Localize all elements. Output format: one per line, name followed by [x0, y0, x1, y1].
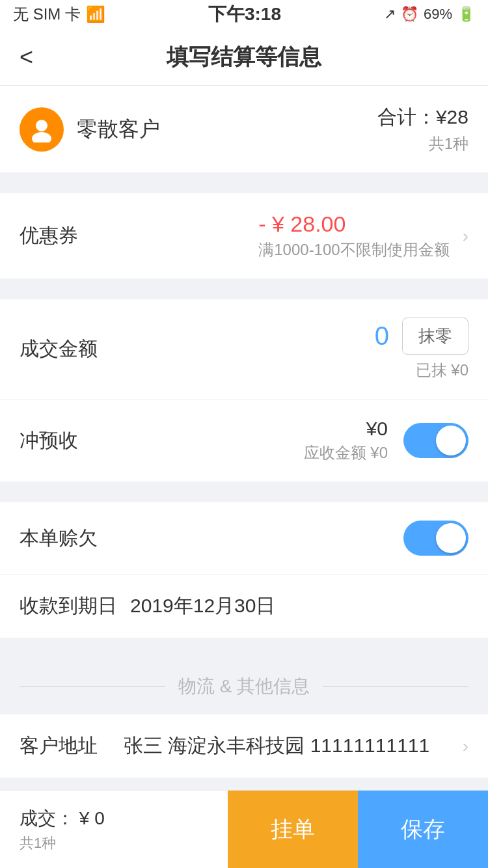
total-count: 共1种 — [377, 133, 468, 154]
address-row[interactable]: 客户地址 张三 海淀永丰科技园 11111111111 › — [0, 714, 488, 778]
transaction-input-area: 0 抹零 — [375, 318, 468, 355]
coupon-chevron-icon: › — [463, 226, 468, 247]
prepayment-values: ¥0 应收金额 ¥0 — [304, 418, 388, 463]
due-date-row[interactable]: 收款到期日 2019年12月30日 — [0, 574, 488, 638]
logistics-label: 物流 & 其他信息 — [178, 674, 310, 699]
customer-section: 零散客户 合计：¥28 共1种 — [0, 86, 488, 172]
carrier-label: 无 SIM 卡 — [13, 4, 81, 25]
debt-row: 本单赊欠 — [0, 502, 488, 574]
bottom-bar: 成交： ¥ 0 共1种 挂单 保存 — [0, 790, 488, 868]
prepayment-toggle[interactable] — [403, 423, 468, 458]
coupon-amount: - ¥ 28.00 — [258, 211, 449, 237]
due-date-value: 2019年12月30日 — [130, 593, 275, 619]
toggle-knob — [436, 426, 466, 455]
debt-toggle-knob — [436, 523, 466, 553]
hang-button[interactable]: 挂单 — [228, 791, 358, 869]
transaction-section: 成交金额 0 抹零 已抹 ¥0 冲预收 ¥0 应收金额 ¥0 — [0, 299, 488, 481]
transaction-row: 成交金额 0 抹零 已抹 ¥0 — [0, 299, 488, 400]
coupon-section: 优惠券 - ¥ 28.00 满1000-100不限制使用金额 › — [0, 193, 488, 278]
transaction-value[interactable]: 0 — [375, 321, 389, 351]
back-button[interactable]: < — [20, 44, 33, 71]
avatar — [20, 107, 64, 152]
bottom-transaction-label: 成交： — [20, 808, 74, 828]
customer-left: 零散客户 — [20, 107, 160, 152]
prepayment-label: 冲预收 — [20, 427, 111, 454]
prepayment-sub-value: 应收金额 ¥0 — [304, 442, 388, 463]
address-label: 客户地址 — [20, 733, 111, 759]
location-icon: ↗ — [384, 6, 396, 23]
due-date-label: 收款到期日 — [20, 593, 117, 619]
logistics-section: 物流 & 其他信息 — [0, 658, 488, 714]
already-rounded-label: 已抹 ¥0 — [416, 360, 468, 381]
wifi-icon: 📶 — [86, 5, 105, 23]
page-title: 填写结算等信息 — [167, 42, 321, 72]
total-amount: 合计：¥28 — [377, 104, 468, 131]
debt-label: 本单赊欠 — [20, 525, 111, 552]
main-content: 零散客户 合计：¥28 共1种 优惠券 - ¥ 28.00 满1000-100不… — [0, 86, 488, 868]
round-button[interactable]: 抹零 — [402, 318, 468, 355]
logistics-line-left — [20, 686, 165, 687]
logistics-line-right — [323, 686, 468, 687]
bottom-info: 成交： ¥ 0 共1种 — [0, 806, 228, 853]
address-value: 张三 海淀永丰科技园 11111111111 — [124, 733, 450, 759]
battery-label: 69% — [424, 6, 452, 23]
bottom-count: 共1种 — [20, 834, 208, 853]
bottom-transaction: 成交： ¥ 0 — [20, 806, 208, 831]
save-button[interactable]: 保存 — [358, 791, 488, 869]
coupon-right: - ¥ 28.00 满1000-100不限制使用金额 › — [111, 211, 468, 260]
alarm-icon: ⏰ — [401, 6, 418, 23]
transaction-label: 成交金额 — [20, 336, 111, 362]
prepayment-main-value: ¥0 — [304, 418, 388, 440]
battery-icon: 🔋 — [457, 6, 475, 23]
status-right: ↗ ⏰ 69% 🔋 — [384, 6, 475, 23]
svg-point-1 — [32, 132, 51, 142]
nav-bar: < 填写结算等信息 — [0, 29, 488, 86]
address-section: 客户地址 张三 海淀永丰科技园 11111111111 › — [0, 714, 488, 778]
debt-section: 本单赊欠 收款到期日 2019年12月30日 — [0, 502, 488, 638]
coupon-hint: 满1000-100不限制使用金额 — [258, 239, 449, 260]
logistics-header: 物流 & 其他信息 — [0, 658, 488, 714]
coupon-row[interactable]: 优惠券 - ¥ 28.00 满1000-100不限制使用金额 › — [0, 193, 488, 278]
svg-point-0 — [36, 120, 47, 131]
debt-toggle[interactable] — [403, 521, 468, 556]
status-bar: 无 SIM 卡 📶 下午3:18 ↗ ⏰ 69% 🔋 — [0, 0, 488, 29]
coupon-label: 优惠券 — [20, 223, 111, 249]
bottom-transaction-value: ¥ 0 — [79, 808, 105, 828]
customer-name: 零散客户 — [77, 115, 160, 144]
status-time: 下午3:18 — [208, 2, 281, 27]
prepayment-row: 冲预收 ¥0 应收金额 ¥0 — [0, 400, 488, 481]
status-left: 无 SIM 卡 📶 — [13, 4, 105, 25]
address-chevron-icon: › — [463, 736, 468, 757]
customer-total: 合计：¥28 共1种 — [377, 104, 468, 154]
